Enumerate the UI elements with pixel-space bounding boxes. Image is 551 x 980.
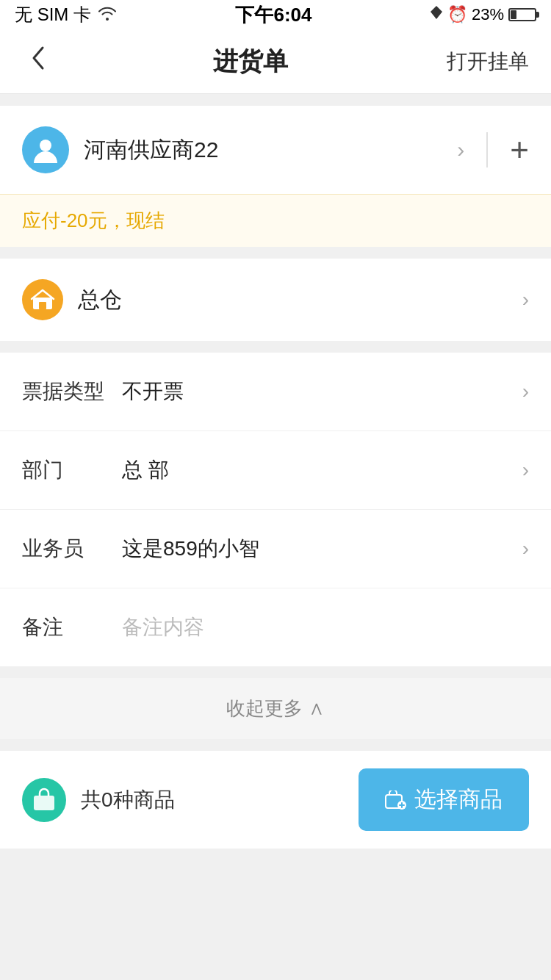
open-pending-button[interactable]: 打开挂单 (447, 48, 529, 76)
supplier-card: 河南供应商22 › + 应付-20元，现结 (0, 106, 551, 247)
department-chevron-icon: › (522, 458, 529, 482)
nav-bar: 进货单 打开挂单 (0, 29, 551, 94)
department-row[interactable]: 部门 总 部 › (0, 431, 551, 510)
warehouse-card: 总仓 › (0, 259, 551, 341)
battery-percent: 23% (472, 5, 504, 24)
supplier-name: 河南供应商22 (84, 135, 457, 165)
status-time: 下午6:04 (235, 2, 311, 28)
back-button[interactable] (22, 36, 54, 87)
salesperson-row[interactable]: 业务员 这是859的小智 › (0, 510, 551, 588)
svg-rect-2 (39, 302, 46, 309)
warehouse-icon (22, 279, 63, 320)
warehouse-chevron-icon: › (522, 288, 529, 311)
svg-point-0 (40, 140, 51, 151)
department-value: 总 部 (110, 456, 522, 484)
notice-text: 应付-20元，现结 (22, 209, 165, 231)
remark-row[interactable]: 备注 备注内容 (0, 588, 551, 666)
supplier-row[interactable]: 河南供应商22 › + (0, 106, 551, 194)
remark-label: 备注 (22, 613, 110, 641)
wifi-icon (97, 4, 118, 25)
department-label: 部门 (22, 456, 110, 484)
carrier-label: 无 SIM 卡 (15, 3, 91, 26)
supplier-avatar (22, 126, 69, 173)
status-right: ⏰ 23% (430, 5, 536, 24)
warehouse-name: 总仓 (78, 285, 522, 315)
salesperson-chevron-icon: › (522, 537, 529, 561)
product-count: 共0种商品 (81, 786, 344, 814)
location-icon (430, 5, 443, 24)
collapse-button[interactable]: 收起更多 ∧ (0, 678, 551, 739)
ticket-type-row[interactable]: 票据类型 不开票 › (0, 353, 551, 431)
add-supplier-button[interactable]: + (510, 134, 529, 166)
ticket-type-label: 票据类型 (22, 378, 110, 406)
product-icon (22, 778, 66, 822)
remark-input[interactable]: 备注内容 (110, 613, 529, 641)
status-left: 无 SIM 卡 (15, 3, 118, 26)
select-product-label: 选择商品 (414, 785, 503, 815)
status-bar: 无 SIM 卡 下午6:04 ⏰ 23% (0, 0, 551, 29)
notice-banner: 应付-20元，现结 (0, 194, 551, 247)
form-card: 票据类型 不开票 › 部门 总 部 › 业务员 这是859的小智 › 备注 备注… (0, 353, 551, 666)
salesperson-value: 这是859的小智 (110, 535, 522, 563)
select-product-button[interactable]: 选择商品 (359, 768, 529, 831)
alarm-icon: ⏰ (447, 5, 467, 24)
svg-rect-3 (34, 796, 54, 810)
supplier-chevron-icon: › (457, 137, 464, 162)
salesperson-label: 业务员 (22, 535, 110, 563)
bottom-bar: 共0种商品 选择商品 (0, 751, 551, 849)
ticket-type-value: 不开票 (110, 378, 522, 406)
supplier-divider (486, 132, 488, 167)
warehouse-row[interactable]: 总仓 › (0, 259, 551, 341)
ticket-type-chevron-icon: › (522, 380, 529, 403)
page-title: 进货单 (213, 45, 288, 79)
battery-icon (508, 8, 536, 21)
